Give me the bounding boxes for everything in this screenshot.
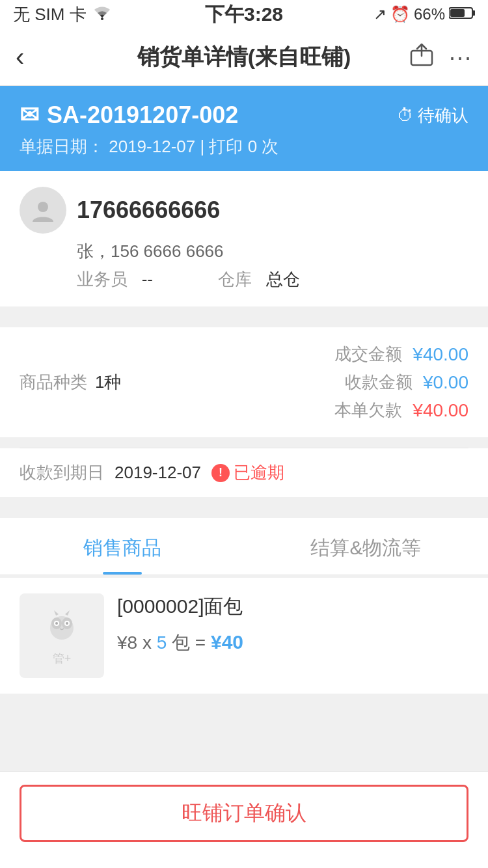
divider-1 <box>0 317 488 327</box>
bottom-bar: 旺铺订单确认 <box>0 771 488 868</box>
status-bar: 无 SIM 卡 下午3:28 ↗ ⏰ 66% <box>0 0 488 29</box>
due-section: 收款到期日 2019-12-07 ! 已逾期 <box>0 448 488 497</box>
salesman-label: 业务员 <box>77 269 128 289</box>
product-title: 面包 <box>204 595 243 617</box>
customer-meta: 业务员 -- 仓库 总仓 <box>77 268 468 291</box>
wifi-icon <box>92 5 113 25</box>
divider-3 <box>0 497 488 508</box>
product-kind: 商品种类 1种 <box>20 371 244 394</box>
customer-avatar <box>20 187 66 234</box>
svg-point-11 <box>55 622 58 625</box>
debt-label: 本单欠款 <box>334 399 402 422</box>
received-value: ¥0.00 <box>423 372 468 393</box>
product-kind-info: 商品种类 1种 <box>20 343 244 422</box>
more-icon[interactable]: ··· <box>449 44 472 71</box>
nav-actions: ··· <box>410 43 472 72</box>
amounts-right: 成交金额 ¥40.00 收款金额 ¥0.00 本单欠款 ¥40.00 <box>244 343 468 422</box>
due-date-value: 2019-12-07 <box>115 463 201 483</box>
product-kind-value: 1种 <box>95 371 121 394</box>
status-right: ↗ ⏰ 66% <box>373 5 475 23</box>
page-title: 销货单详情(来自旺铺) <box>137 42 351 72</box>
product-item: 管+ [0000002]面包 ¥8 x 5 包 = ¥40 <box>20 593 468 678</box>
order-date: 单据日期： 2019-12-07 | 打印 0 次 <box>20 135 468 158</box>
svg-point-0 <box>101 18 103 20</box>
product-info: [0000002]面包 ¥8 x 5 包 = ¥40 <box>117 593 468 655</box>
tabs-row: 销售商品 结算&物流等 <box>0 518 488 575</box>
transaction-value: ¥40.00 <box>413 344 468 365</box>
product-section: 管+ [0000002]面包 ¥8 x 5 包 = ¥40 <box>0 578 488 694</box>
overdue-text: 已逾期 <box>234 461 284 484</box>
order-status: ⏱ 待确认 <box>397 104 468 127</box>
order-icon: ✉ <box>20 102 39 129</box>
product-equals: = <box>195 632 211 653</box>
product-quantity: 5 <box>157 632 167 653</box>
product-unit: 包 <box>172 632 190 653</box>
svg-rect-2 <box>472 10 475 16</box>
tab-sales-product-label: 销售商品 <box>83 537 161 558</box>
overdue-icon: ! <box>211 464 230 482</box>
status-time: 下午3:28 <box>205 1 283 28</box>
product-kind-label: 商品种类 <box>20 371 87 394</box>
carrier-text: 无 SIM 卡 <box>13 3 87 26</box>
warehouse-value: 总仓 <box>266 269 300 289</box>
amount-section: 商品种类 1种 成交金额 ¥40.00 收款金额 ¥0.00 本单欠款 ¥40.… <box>0 327 488 437</box>
product-code: [0000002] <box>117 595 204 617</box>
product-multiply: x <box>142 632 157 653</box>
customer-name: 张，156 6666 6666 <box>77 240 468 263</box>
warehouse-label: 仓库 <box>218 269 252 289</box>
clock-icon: ⏱ <box>397 105 414 126</box>
alarm-icon: ⏰ <box>390 5 410 23</box>
transaction-amount: 成交金额 ¥40.00 <box>334 343 468 366</box>
svg-point-12 <box>66 622 68 625</box>
date-value: 2019-12-07 <box>109 137 195 156</box>
tab-settlement-label: 结算&物流等 <box>310 537 421 558</box>
product-price-row: ¥8 x 5 包 = ¥40 <box>117 631 468 655</box>
order-id: ✉ SA-20191207-002 <box>20 102 238 129</box>
tab-sales-product[interactable]: 销售商品 <box>0 518 244 575</box>
salesman-value: -- <box>142 269 153 289</box>
order-id-row: ✉ SA-20191207-002 ⏱ 待确认 <box>20 102 468 129</box>
svg-point-5 <box>38 202 48 212</box>
due-label: 收款到期日 <box>20 461 104 484</box>
print-info: | 打印 0 次 <box>200 137 278 156</box>
order-id-text: SA-20191207-002 <box>47 102 238 129</box>
customer-phone: 17666666666 <box>77 197 220 224</box>
battery-icon <box>449 5 475 23</box>
customer-row: 17666666666 <box>20 187 468 234</box>
product-price: ¥8 <box>117 632 137 653</box>
location-icon: ↗ <box>373 5 386 23</box>
battery-text: 66% <box>414 5 445 23</box>
product-owl-icon <box>42 605 81 648</box>
received-label: 收款金额 <box>345 371 413 394</box>
product-thumbnail: 管+ <box>20 593 104 678</box>
product-name: [0000002]面包 <box>117 593 468 620</box>
tabs-section: 销售商品 结算&物流等 <box>0 518 488 575</box>
received-amount: 收款金额 ¥0.00 <box>345 371 468 394</box>
overdue-badge: ! 已逾期 <box>211 461 284 484</box>
transaction-label: 成交金额 <box>334 343 402 366</box>
svg-rect-3 <box>450 9 465 17</box>
confirm-button-label: 旺铺订单确认 <box>182 799 306 828</box>
debt-amount: 本单欠款 ¥40.00 <box>334 399 468 422</box>
confirm-button[interactable]: 旺铺订单确认 <box>20 785 468 842</box>
status-text: 待确认 <box>418 104 468 127</box>
debt-value: ¥40.00 <box>413 400 468 421</box>
order-header: ✉ SA-20191207-002 ⏱ 待确认 单据日期： 2019-12-07… <box>0 86 488 171</box>
customer-section: 17666666666 张，156 6666 6666 业务员 -- 仓库 总仓 <box>0 171 488 306</box>
share-icon[interactable] <box>410 43 433 72</box>
back-button[interactable]: ‹ <box>16 42 55 72</box>
divider-4 <box>0 575 488 576</box>
nav-bar: ‹ 销货单详情(来自旺铺) ··· <box>0 29 488 86</box>
tab-settlement[interactable]: 结算&物流等 <box>244 518 488 575</box>
date-label: 单据日期： <box>20 137 104 156</box>
status-left: 无 SIM 卡 <box>13 3 113 26</box>
product-total: ¥40 <box>211 631 243 653</box>
product-brand-text: 管+ <box>53 651 72 666</box>
